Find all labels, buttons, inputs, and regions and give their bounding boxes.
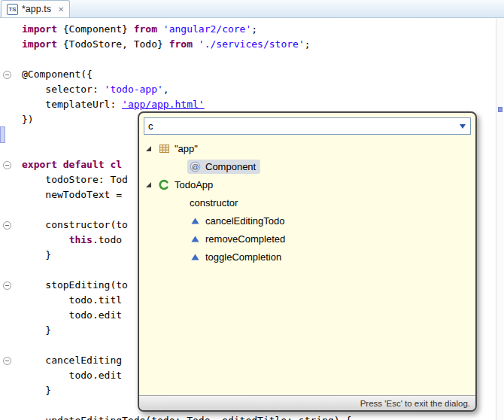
gutter-cell bbox=[0, 22, 14, 37]
fold-collapse-icon[interactable] bbox=[0, 353, 14, 368]
tab-close-icon[interactable]: ✕ bbox=[58, 5, 64, 14]
code-text: } bbox=[14, 323, 51, 338]
outline-tree: "app"@ComponentTodoAppconstructorcancelE… bbox=[139, 137, 475, 266]
code-text: todo.edit bbox=[14, 308, 122, 323]
gutter-cell bbox=[0, 82, 14, 97]
method-icon bbox=[190, 233, 201, 245]
code-line[interactable]: selector: 'todo-app', bbox=[0, 82, 504, 97]
gutter-cell bbox=[0, 233, 14, 248]
code-text bbox=[14, 263, 22, 278]
outline-item-todoapp[interactable]: TodoApp bbox=[142, 175, 472, 193]
outline-item-canceleditingtodo[interactable]: cancelEditingTodo bbox=[142, 212, 472, 230]
code-text: cancelEditing bbox=[14, 353, 122, 368]
gutter-cell bbox=[0, 383, 14, 398]
code-text bbox=[14, 52, 22, 67]
ide-window: TS *app.ts ✕ import {Component} from 'an… bbox=[0, 0, 504, 420]
tab-title: *app.ts bbox=[22, 4, 51, 14]
gutter-cell bbox=[0, 368, 14, 383]
gutter-cell bbox=[0, 413, 14, 420]
code-line[interactable]: updateEditingTodo(todo: Todo, editedTitl… bbox=[0, 413, 504, 420]
typescript-file-icon: TS bbox=[7, 4, 18, 15]
outline-filter-input[interactable] bbox=[144, 120, 460, 132]
tree-item-label: "app" bbox=[175, 143, 198, 154]
code-line[interactable]: import {Component} from 'angular2/core'; bbox=[0, 22, 504, 37]
gutter-cell bbox=[0, 37, 14, 52]
code-line[interactable] bbox=[0, 52, 504, 67]
tree-item-content: constructor bbox=[187, 196, 242, 210]
code-text bbox=[14, 202, 22, 218]
tree-item-content: "app" bbox=[156, 142, 202, 156]
outline-item-component[interactable]: @Component bbox=[142, 157, 472, 175]
dropdown-arrow-icon[interactable] bbox=[460, 124, 466, 129]
tab-app-ts[interactable]: TS *app.ts ✕ bbox=[1, 0, 70, 17]
gutter-cell bbox=[0, 97, 14, 112]
method-icon bbox=[190, 215, 201, 227]
annotation-icon: @ bbox=[190, 161, 201, 172]
code-text: todo.edit bbox=[14, 368, 122, 383]
module-icon bbox=[159, 143, 170, 154]
expand-collapse-icon[interactable] bbox=[146, 182, 151, 187]
code-text bbox=[14, 142, 22, 157]
tree-item-label: Component bbox=[205, 161, 256, 172]
range-indicator-marker bbox=[0, 126, 5, 143]
code-text: newTodoText = bbox=[14, 187, 128, 202]
code-text: stopEditing(to bbox=[14, 278, 128, 293]
code-text: export default cl bbox=[14, 157, 122, 172]
outline-item-app[interactable]: "app" bbox=[142, 139, 472, 157]
outline-item-constructor[interactable]: constructor bbox=[142, 193, 472, 212]
gutter-cell bbox=[0, 248, 14, 263]
fold-collapse-icon[interactable] bbox=[0, 278, 14, 293]
outline-filter-row bbox=[144, 117, 471, 135]
outline-item-removecompleted[interactable]: removeCompleted bbox=[142, 230, 472, 248]
outline-item-togglecompletion[interactable]: toggleCompletion bbox=[142, 248, 472, 266]
code-line[interactable]: @Component({ bbox=[0, 67, 504, 82]
editor-tab-bar: TS *app.ts ✕ bbox=[0, 0, 504, 18]
tree-item-content: removeCompleted bbox=[187, 232, 290, 246]
code-text: } bbox=[14, 248, 51, 263]
gutter-cell bbox=[0, 308, 14, 323]
gutter-cell bbox=[0, 338, 14, 353]
code-text: }) bbox=[14, 112, 34, 127]
fold-collapse-icon[interactable] bbox=[0, 67, 14, 82]
svg-text:@: @ bbox=[192, 163, 199, 171]
tree-item-content: @Component bbox=[187, 160, 260, 174]
code-text: templateUrl: 'app/app.html' bbox=[14, 97, 205, 112]
code-text: @Component({ bbox=[14, 67, 93, 82]
gutter-cell bbox=[0, 263, 14, 278]
expand-collapse-icon[interactable] bbox=[146, 146, 151, 151]
fold-collapse-icon[interactable] bbox=[0, 218, 14, 233]
tree-item-label: removeCompleted bbox=[205, 233, 285, 245]
ruler-annotation-marker[interactable] bbox=[498, 107, 502, 112]
code-text: constructor(to bbox=[14, 218, 128, 233]
gutter-cell bbox=[0, 112, 14, 127]
code-line[interactable]: import {TodoStore, Todo} from './service… bbox=[0, 37, 504, 52]
gutter-cell bbox=[0, 202, 14, 218]
code-text: } bbox=[14, 383, 51, 398]
code-text: import {TodoStore, Todo} from './service… bbox=[14, 37, 311, 52]
fold-collapse-icon[interactable] bbox=[0, 157, 14, 172]
class-icon bbox=[159, 179, 170, 190]
gutter-cell bbox=[0, 323, 14, 338]
gutter-cell bbox=[0, 187, 14, 202]
tree-item-label: cancelEditingTodo bbox=[205, 215, 285, 227]
code-text: import {Component} from 'angular2/core'; bbox=[14, 22, 257, 37]
tree-item-content: cancelEditingTodo bbox=[187, 214, 290, 228]
overview-ruler[interactable] bbox=[496, 18, 504, 420]
code-line[interactable]: templateUrl: 'app/app.html' bbox=[0, 97, 504, 112]
method-icon bbox=[190, 251, 201, 263]
code-text bbox=[14, 127, 22, 142]
code-text: selector: 'todo-app', bbox=[14, 82, 169, 97]
dialog-status-text: Press 'Esc' to exit the dialog. bbox=[360, 399, 470, 408]
tree-item-label: constructor bbox=[190, 197, 238, 208]
tree-item-label: TodoApp bbox=[175, 179, 213, 190]
code-text: updateEditingTodo(todo: Todo, editedTitl… bbox=[14, 413, 351, 420]
tree-item-content: TodoApp bbox=[156, 178, 217, 192]
gutter-cell bbox=[0, 293, 14, 308]
gutter-cell bbox=[0, 52, 14, 67]
gutter-cell bbox=[0, 398, 14, 413]
code-text: todo.titl bbox=[14, 293, 122, 308]
gutter-cell bbox=[0, 142, 14, 157]
gutter-cell bbox=[0, 172, 14, 187]
tree-item-content: toggleCompletion bbox=[187, 250, 286, 264]
dialog-status-bar: Press 'Esc' to exit the dialog. bbox=[139, 395, 475, 410]
